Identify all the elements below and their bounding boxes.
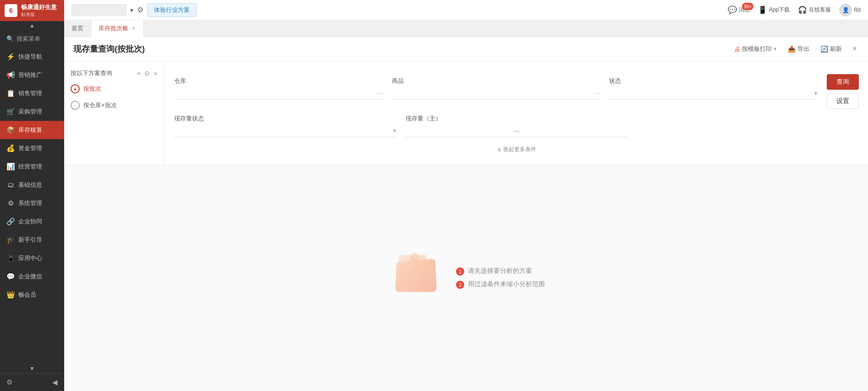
purchase-icon: 🛒 <box>6 108 15 116</box>
sidebar-item-app-center[interactable]: 📱 应用中心 <box>0 249 64 267</box>
sidebar-item-basic[interactable]: 🗂 基础信息 <box>0 176 64 194</box>
online-service-label: 在线客服 <box>809 6 831 14</box>
empty-state: 1 请先选择要分析的方案 2 用过滤条件来缩小分析范围 <box>64 165 868 391</box>
sidebar-item-label: 企业协同 <box>18 217 42 226</box>
filter-field-stock-status: 现存量状态 ▾ <box>174 114 396 137</box>
sidebar-item-operation[interactable]: 📊 经营管理 <box>0 157 64 176</box>
stock-status-select[interactable]: ▾ <box>174 125 396 137</box>
sidebar-footer: ⚙ ◀ <box>0 373 64 391</box>
stock-qty-min-input[interactable] <box>406 127 510 134</box>
add-scheme-btn[interactable]: + <box>136 69 142 78</box>
sidebar-item-wechat[interactable]: 💬 企业微信 <box>0 267 64 286</box>
avatar: 👤 <box>839 4 852 16</box>
collapse-conditions-btn[interactable]: ∧ 收起更多条件 <box>174 143 859 158</box>
settings-scheme-btn[interactable]: ⊙ <box>143 69 151 78</box>
main-area: ▾ ⚙ 体验行业方案 💬 消息 99+ 📱 App下载 🎧 在线客服 👤 Rit <box>64 0 868 391</box>
collapse-sidebar-icon[interactable]: ◀ <box>52 378 58 386</box>
product-input[interactable]: ··· <box>392 87 600 100</box>
sidebar-item-marketing[interactable]: 📢 营销推广 <box>0 66 64 84</box>
sidebar-logo: 6 <box>5 4 17 17</box>
collapse-schemes-btn[interactable]: « <box>153 69 158 78</box>
sidebar-item-member[interactable]: 👑 畅会员 <box>0 286 64 304</box>
topbar-search-box <box>71 4 126 16</box>
tip-text-1: 请先选择要分析的方案 <box>468 267 532 275</box>
sidebar-scroll-up-btn[interactable]: ▲ <box>0 21 64 30</box>
settings-btn[interactable]: 设置 <box>827 93 859 109</box>
page-title: 现存量查询(按批次) <box>73 43 145 54</box>
sidebar-item-quick-nav[interactable]: ⚡ 快捷导航 <box>0 48 64 66</box>
app-download-label: App下载 <box>769 6 790 14</box>
member-icon: 👑 <box>6 291 15 299</box>
collapse-icon: ∧ <box>497 147 501 153</box>
sidebar-item-sales[interactable]: 📋 销售管理 <box>0 84 64 103</box>
sidebar-item-finance[interactable]: 💰 资金管理 <box>0 139 64 157</box>
sidebar-search-label: 搜索菜单 <box>16 35 40 43</box>
user-profile-action[interactable]: 👤 Rit <box>839 4 861 16</box>
tab-close-btn[interactable]: × <box>131 25 136 32</box>
filter-conditions: 仓库 ··· 商品 ··· <box>165 61 868 164</box>
refresh-icon: 🔄 <box>820 45 828 53</box>
app-download-action[interactable]: 📱 App下载 <box>758 5 790 14</box>
filter-schemes-title: 按以下方案查询 <box>71 69 112 77</box>
filter-actions-col: 查询 设置 <box>827 72 859 109</box>
print-btn[interactable]: 🖨 按模板打印 ▾ <box>731 43 780 55</box>
refresh-label: 刷新 <box>830 45 842 53</box>
sidebar-nav: 🔍 搜索菜单 ⚡ 快捷导航 📢 营销推广 📋 销售管理 🛒 采购管理 📦 库存核… <box>0 30 64 364</box>
page-actions: 🖨 按模板打印 ▾ 📤 导出 🔄 刷新 × <box>731 42 859 55</box>
stock-status-label: 现存量状态 <box>174 114 396 123</box>
sidebar-item-newbie[interactable]: 🎓 新手引导 <box>0 231 64 249</box>
topbar-dropdown-btn[interactable]: ▾ <box>130 6 133 14</box>
export-icon: 📤 <box>788 45 796 53</box>
print-dropdown-icon: ▾ <box>774 45 777 52</box>
close-page-btn[interactable]: × <box>850 42 859 55</box>
filter-field-status: 状态 ▾ <box>609 77 818 100</box>
empty-tips: 1 请先选择要分析的方案 2 用过滤条件来缩小分析范围 <box>456 267 545 289</box>
stock-qty-range: — <box>406 125 628 137</box>
tab-home[interactable]: 首页 <box>64 20 91 37</box>
system-icon: ⚙ <box>6 199 15 207</box>
sidebar-item-inventory[interactable]: 📦 库存核算 <box>0 121 64 139</box>
page-header: 现存量查询(按批次) 🖨 按模板打印 ▾ 📤 导出 🔄 刷新 × <box>64 37 868 61</box>
sidebar-item-purchase[interactable]: 🛒 采购管理 <box>0 103 64 121</box>
enterprise-icon: 🔗 <box>6 217 15 226</box>
sidebar-scroll-down-btn[interactable]: ▼ <box>0 364 64 373</box>
topbar: ▾ ⚙ 体验行业方案 💬 消息 99+ 📱 App下载 🎧 在线客服 👤 Rit <box>64 0 868 20</box>
sidebar-item-label: 基础信息 <box>18 181 42 189</box>
settings-icon[interactable]: ⚙ <box>6 378 12 386</box>
sidebar-item-label: 新手引导 <box>18 236 42 244</box>
message-action[interactable]: 💬 消息 99+ <box>728 5 750 14</box>
filter-schemes-header: 按以下方案查询 + ⊙ « <box>64 66 165 81</box>
warehouse-input[interactable]: ··· <box>174 87 383 100</box>
topbar-right: 💬 消息 99+ 📱 App下载 🎧 在线客服 👤 Rit <box>728 4 861 16</box>
sidebar-item-enterprise[interactable]: 🔗 企业协同 <box>0 212 64 231</box>
operation-icon: 📊 <box>6 163 15 171</box>
topbar-gear-btn[interactable]: ⚙ <box>137 5 143 14</box>
tab-home-label: 首页 <box>71 24 83 33</box>
experience-btn[interactable]: 体验行业方案 <box>147 3 197 17</box>
product-dots-icon: ··· <box>594 89 600 98</box>
tip-num-1: 1 <box>456 267 464 276</box>
range-separator: — <box>514 127 520 134</box>
sidebar-item-label: 系统管理 <box>18 199 42 207</box>
scheme-item-warehouse-batch[interactable]: ○ 按仓库+批次 <box>64 97 165 114</box>
scheme-item-batch[interactable]: ● 按批次 <box>64 81 165 97</box>
filter-row-2: 现存量状态 ▾ 现存量（主） — <box>174 114 859 137</box>
query-btn[interactable]: 查询 <box>827 74 859 90</box>
tab-batch-account[interactable]: 库存批次账 × <box>91 20 144 37</box>
sidebar-item-label: 营销推广 <box>18 71 42 79</box>
empty-illustration <box>387 250 442 305</box>
sidebar-search-item[interactable]: 🔍 搜索菜单 <box>0 30 64 48</box>
empty-tip-1: 1 请先选择要分析的方案 <box>456 267 545 276</box>
sidebar-item-system[interactable]: ⚙ 系统管理 <box>0 194 64 212</box>
export-btn[interactable]: 📤 导出 <box>785 43 812 55</box>
sidebar-item-label: 库存核算 <box>18 126 42 134</box>
online-service-action[interactable]: 🎧 在线客服 <box>798 5 831 14</box>
status-select[interactable]: ▾ <box>609 87 818 100</box>
app-edition: 标准版 <box>21 11 57 17</box>
sidebar-item-label: 采购管理 <box>18 108 42 116</box>
topbar-left: ▾ ⚙ 体验行业方案 <box>71 3 723 17</box>
basic-icon: 🗂 <box>6 181 15 189</box>
refresh-btn[interactable]: 🔄 刷新 <box>818 43 845 55</box>
marketing-icon: 📢 <box>6 71 15 79</box>
stock-qty-max-input[interactable] <box>523 127 628 134</box>
